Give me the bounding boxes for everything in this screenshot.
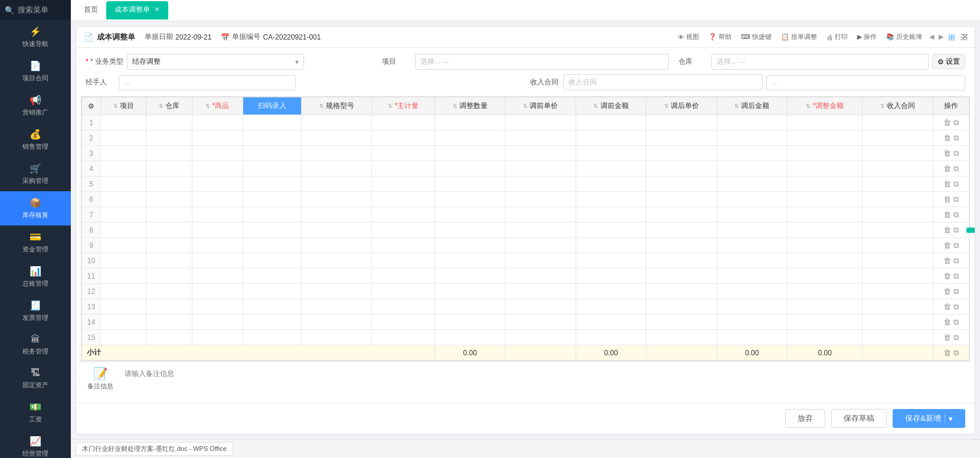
cell-after-amount[interactable] [717, 207, 787, 223]
copy-row-icon[interactable]: ⧉ [953, 149, 959, 158]
cell-spec[interactable] [302, 330, 372, 345]
cell-adj-amount[interactable] [787, 146, 863, 161]
cell-adj-qty[interactable] [435, 207, 505, 223]
cell-before-amount[interactable] [576, 192, 646, 207]
cell-unit[interactable] [372, 330, 435, 345]
cell-after-price[interactable] [646, 315, 717, 330]
cell-project[interactable] [101, 315, 146, 330]
cell-unit[interactable] [372, 223, 435, 238]
cell-warehouse[interactable] [146, 284, 192, 299]
sidebar-item-sales-mgmt[interactable]: 💰 销售管理 [0, 123, 71, 157]
cell-product[interactable] [192, 330, 243, 345]
cell-project[interactable] [101, 269, 146, 284]
cell-after-amount[interactable] [717, 284, 787, 299]
cell-adj-amount[interactable] [787, 299, 863, 315]
copy-row-icon[interactable]: ⧉ [953, 133, 959, 143]
sidebar-item-invoice-mgmt[interactable]: 🧾 发票管理 [0, 294, 71, 328]
cell-scan[interactable] [243, 238, 302, 253]
cell-after-amount[interactable] [717, 192, 787, 207]
cell-spec[interactable] [302, 284, 372, 299]
copy-row-icon[interactable]: ⧉ [953, 179, 959, 189]
cell-adj-qty[interactable] [435, 269, 505, 284]
cell-after-amount[interactable] [717, 130, 787, 146]
cell-scan[interactable] [243, 146, 302, 161]
cell-income-contract[interactable] [863, 238, 933, 253]
col-settings[interactable]: ⚙ [82, 97, 101, 115]
cell-adj-amount[interactable] [787, 192, 863, 207]
toolbar-print[interactable]: 🖨 打印 [824, 31, 850, 42]
sidebar-item-sales-promo[interactable]: 📢 营销推广 [0, 89, 71, 123]
copy-row-icon[interactable]: ⧉ [953, 195, 959, 204]
cell-before-amount[interactable] [576, 238, 646, 253]
cell-before-price[interactable] [505, 269, 576, 284]
cell-income-contract[interactable] [863, 299, 933, 315]
cell-warehouse[interactable] [146, 238, 192, 253]
cell-adj-qty[interactable] [435, 223, 505, 238]
cell-before-amount[interactable] [576, 269, 646, 284]
sidebar-item-fixed-assets[interactable]: 🏗 固定资产 [0, 362, 71, 395]
cell-adj-amount[interactable] [787, 315, 863, 330]
cell-income-contract[interactable] [863, 330, 933, 345]
cell-after-amount[interactable] [717, 299, 787, 315]
discard-button[interactable]: 放弃 [785, 409, 825, 428]
cell-warehouse[interactable] [146, 176, 192, 192]
cell-before-amount[interactable] [576, 207, 646, 223]
cell-after-amount[interactable] [717, 161, 787, 176]
cell-product[interactable] [192, 207, 243, 223]
sidebar-item-ops-mgmt[interactable]: 📈 经营管理 [0, 430, 71, 458]
cell-project[interactable] [101, 146, 146, 161]
delete-row-icon[interactable]: 🗑 [943, 210, 951, 219]
cell-scan[interactable] [243, 269, 302, 284]
cell-unit[interactable] [372, 146, 435, 161]
sidebar-item-quick-nav[interactable]: ⚡ 快速导航 [0, 20, 71, 54]
cell-before-amount[interactable] [576, 146, 646, 161]
cell-before-price[interactable] [505, 192, 576, 207]
cell-unit[interactable] [372, 238, 435, 253]
delete-row-icon[interactable]: 🗑 [943, 164, 951, 173]
cell-after-price[interactable] [646, 299, 717, 315]
sidebar-search[interactable]: 🔍 搜索菜单 [0, 0, 71, 20]
cell-product[interactable] [192, 192, 243, 207]
cell-after-price[interactable] [646, 223, 717, 238]
date-value[interactable]: 2022-09-21 [175, 33, 211, 41]
copy-row-icon[interactable]: ⧉ [953, 210, 959, 220]
tab-cost-adjustment[interactable]: 成本调整单 ✕ [106, 1, 168, 19]
cell-warehouse[interactable] [146, 146, 192, 161]
cell-after-price[interactable] [646, 207, 717, 223]
cell-adj-amount[interactable] [787, 223, 863, 238]
cell-before-price[interactable] [505, 284, 576, 299]
cell-warehouse[interactable] [146, 253, 192, 269]
cell-after-price[interactable] [646, 192, 717, 207]
cell-adj-amount[interactable] [787, 115, 863, 130]
copy-row-icon[interactable]: ⧉ [953, 287, 959, 296]
cell-scan[interactable] [243, 223, 302, 238]
cell-adj-qty[interactable] [435, 146, 505, 161]
cell-unit[interactable] [372, 192, 435, 207]
cell-income-contract[interactable] [863, 315, 933, 330]
business-type-input[interactable]: 结存调整 ▾ [127, 54, 304, 70]
cell-after-price[interactable] [646, 146, 717, 161]
cell-adj-qty[interactable] [435, 192, 505, 207]
cell-project[interactable] [101, 161, 146, 176]
cell-unit[interactable] [372, 207, 435, 223]
cell-before-amount[interactable] [576, 330, 646, 345]
cell-before-price[interactable] [505, 130, 576, 146]
cell-warehouse[interactable] [146, 130, 192, 146]
tab-home[interactable]: 首页 [76, 1, 106, 19]
cell-product[interactable] [192, 315, 243, 330]
cell-adj-qty[interactable] [435, 161, 505, 176]
cell-scan[interactable] [243, 161, 302, 176]
cell-adj-qty[interactable] [435, 176, 505, 192]
cell-income-contract[interactable] [863, 223, 933, 238]
cell-after-amount[interactable] [717, 269, 787, 284]
note-input[interactable] [122, 367, 965, 388]
copy-row-icon[interactable]: ⧉ [953, 318, 959, 327]
copy-row-icon[interactable]: ⧉ [953, 333, 959, 342]
sidebar-item-inventory[interactable]: 📦 库存核算 [0, 191, 71, 225]
cell-project[interactable] [101, 223, 146, 238]
cell-before-price[interactable] [505, 146, 576, 161]
cell-before-amount[interactable] [576, 161, 646, 176]
cell-income-contract[interactable] [863, 130, 933, 146]
cell-before-price[interactable] [505, 253, 576, 269]
cell-adj-amount[interactable] [787, 330, 863, 345]
